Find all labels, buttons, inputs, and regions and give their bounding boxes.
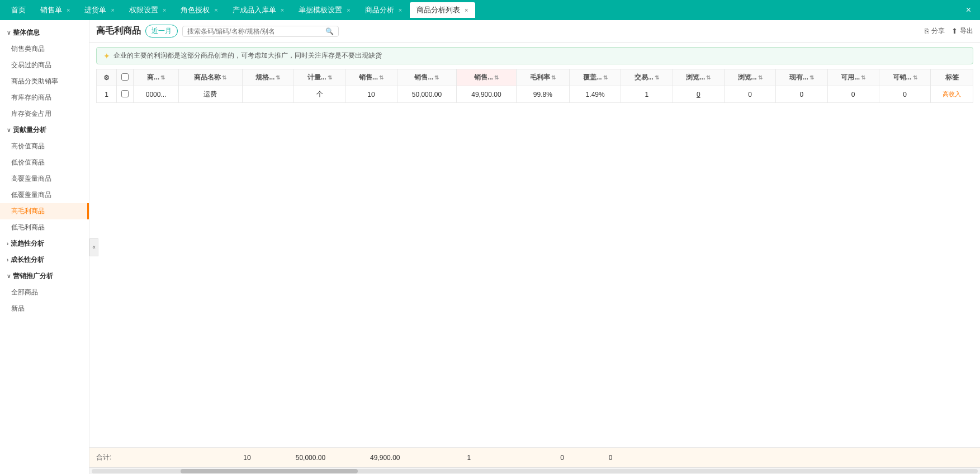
sidebar-item-high-margin[interactable]: 高毛利商品: [0, 203, 89, 219]
sort-icon-available[interactable]: ⇅: [861, 74, 865, 81]
sort-icon-current[interactable]: ⇅: [809, 74, 814, 81]
sort-icon-spec[interactable]: ⇅: [276, 74, 280, 81]
row-name: 运费: [179, 86, 242, 103]
tab-close-product-analysis[interactable]: ×: [399, 7, 402, 13]
select-all-checkbox[interactable]: [121, 73, 129, 81]
share-button[interactable]: ⎘ 分享: [925, 26, 945, 36]
tab-product-analysis[interactable]: 商品分析 ×: [358, 2, 409, 18]
col-gross-rate: 毛利率 ⇅: [516, 69, 569, 86]
sidebar-item-high-value[interactable]: 高价值商品: [0, 138, 89, 154]
table-header-row: ⚙ 商... ⇅ 商品名称: [97, 69, 973, 86]
row-select-checkbox[interactable]: [121, 90, 129, 97]
tab-close-role[interactable]: ×: [214, 7, 217, 13]
tab-close-sales[interactable]: ×: [67, 7, 70, 13]
sidebar-item-sales-products[interactable]: 销售类商品: [0, 41, 89, 57]
footer-current-stock: 0: [560, 454, 564, 462]
sort-icon-trade-count[interactable]: ⇅: [655, 74, 659, 81]
row-browse1[interactable]: 0: [673, 86, 724, 103]
footer-bar: 合计: 10 50,000.00 49,900.00 1 0 0: [89, 447, 980, 467]
chevron-right-icon-2: ›: [7, 257, 8, 263]
tab-home[interactable]: 首页: [4, 2, 32, 18]
sidebar-collapse-button[interactable]: «: [89, 238, 98, 256]
tab-product-inbound[interactable]: 产成品入库单 ×: [226, 2, 291, 18]
sidebar-group-marketing[interactable]: ∨ 营销推广分析: [0, 268, 89, 284]
sidebar-item-low-value[interactable]: 低价值商品: [0, 154, 89, 171]
footer-sale-amt: 50,000.00: [296, 454, 325, 462]
tab-purchase[interactable]: 进货单 ×: [78, 2, 121, 18]
footer-trade-count: 1: [467, 454, 471, 462]
sidebar-item-all-products[interactable]: 全部商品: [0, 284, 89, 301]
sidebar-group-trend[interactable]: › 流趋性分析: [0, 236, 89, 252]
filter-recent-month[interactable]: 近一月: [145, 25, 178, 37]
horizontal-scrollbar[interactable]: [89, 467, 980, 474]
row-sale-qty: 10: [345, 86, 397, 103]
sort-icon-name[interactable]: ⇅: [222, 74, 226, 81]
chevron-down-icon-3: ∨: [7, 273, 11, 279]
scrollbar-thumb[interactable]: [181, 469, 358, 473]
close-all-tabs[interactable]: ×: [962, 5, 976, 15]
col-saleable-stock: 可销... ⇅: [879, 69, 930, 86]
row-trade-count: 1: [621, 86, 673, 103]
tab-template[interactable]: 单据模板设置 ×: [292, 2, 357, 18]
sort-icon-gross-rate[interactable]: ⇅: [551, 74, 556, 81]
col-checkbox: [117, 69, 134, 86]
sidebar-item-new-products[interactable]: 新品: [0, 301, 89, 317]
sort-icon-coverage[interactable]: ⇅: [603, 74, 608, 81]
col-browse2: 浏览... ⇅: [724, 69, 775, 86]
settings-icon[interactable]: ⚙: [103, 74, 110, 82]
scrollbar-track: [92, 469, 978, 473]
col-trade-count: 交易... ⇅: [621, 69, 673, 86]
sidebar-item-traded-products[interactable]: 交易过的商品: [0, 57, 89, 73]
tab-close-template[interactable]: ×: [347, 7, 350, 13]
tab-close-product-analysis-list[interactable]: ×: [465, 7, 468, 13]
page-title: 高毛利商品: [96, 25, 141, 37]
sidebar-group-contribution[interactable]: ∨ 贡献量分析: [0, 122, 89, 138]
sort-icon-sale-qty[interactable]: ⇅: [379, 74, 384, 81]
footer-available-stock: 0: [609, 454, 613, 462]
footer-label: 合计:: [96, 453, 111, 462]
row-current-stock: 0: [776, 86, 827, 103]
search-input[interactable]: [187, 27, 323, 35]
search-box: 🔍: [182, 26, 339, 37]
sort-icon-sale-profit[interactable]: ⇅: [494, 74, 499, 81]
row-spec: [242, 86, 293, 103]
tab-close-purchase[interactable]: ×: [111, 7, 114, 13]
sort-icon-unit[interactable]: ⇅: [328, 74, 332, 81]
col-available-stock: 可用... ⇅: [827, 69, 879, 86]
sort-icon-sale-amt[interactable]: ⇅: [434, 74, 439, 81]
sidebar-group-overall[interactable]: ∨ 整体信息: [0, 25, 89, 41]
sort-icon-code[interactable]: ⇅: [160, 74, 165, 81]
tab-product-analysis-list[interactable]: 商品分析列表 ×: [410, 2, 475, 18]
sidebar-group-growth[interactable]: › 成长性分析: [0, 252, 89, 268]
info-banner: ✦ 企业的主要的利润都是这部分商品创造的，可考虑加大推广，同时关注库存是不要出现…: [96, 47, 973, 64]
tab-sales[interactable]: 销售单 ×: [34, 2, 77, 18]
sidebar-item-high-coverage[interactable]: 高覆盖量商品: [0, 171, 89, 187]
col-unit: 计量... ⇅: [294, 69, 345, 86]
sidebar-item-low-coverage[interactable]: 低覆盖量商品: [0, 187, 89, 203]
tab-permission[interactable]: 权限设置 ×: [122, 2, 173, 18]
row-available-stock: 0: [827, 86, 879, 103]
sort-icon-browse2[interactable]: ⇅: [758, 74, 763, 81]
row-gross-rate: 99.8%: [516, 86, 569, 103]
row-checkbox: [117, 86, 134, 103]
sidebar-item-low-margin[interactable]: 低毛利商品: [0, 219, 89, 236]
search-icon[interactable]: 🔍: [325, 27, 334, 35]
row-unit: 个: [294, 86, 345, 103]
sort-icon-saleable[interactable]: ⇅: [913, 74, 917, 81]
col-sale-qty: 销售... ⇅: [345, 69, 397, 86]
col-name: 商品名称 ⇅: [179, 69, 242, 86]
top-navigation: 首页 销售单 × 进货单 × 权限设置 × 角色授权 × 产成品入库单 × 单据…: [0, 0, 980, 20]
tab-role[interactable]: 角色授权 ×: [174, 2, 224, 18]
export-button[interactable]: ⬆ 导出: [951, 26, 973, 36]
tab-close-permission[interactable]: ×: [163, 7, 166, 13]
sidebar-item-category-assist[interactable]: 商品分类助销率: [0, 73, 89, 90]
row-code: 0000...: [134, 86, 179, 103]
footer-sale-profit: 49,900.00: [370, 454, 400, 462]
tab-close-product-inbound[interactable]: ×: [281, 7, 284, 13]
col-settings[interactable]: ⚙: [97, 69, 117, 86]
col-code: 商... ⇅: [134, 69, 179, 86]
chevron-down-icon: ∨: [7, 30, 11, 36]
sidebar-item-stock-capital[interactable]: 库存资金占用: [0, 106, 89, 122]
sidebar-item-in-stock[interactable]: 有库存的商品: [0, 90, 89, 106]
sort-icon-browse1[interactable]: ⇅: [706, 74, 711, 81]
